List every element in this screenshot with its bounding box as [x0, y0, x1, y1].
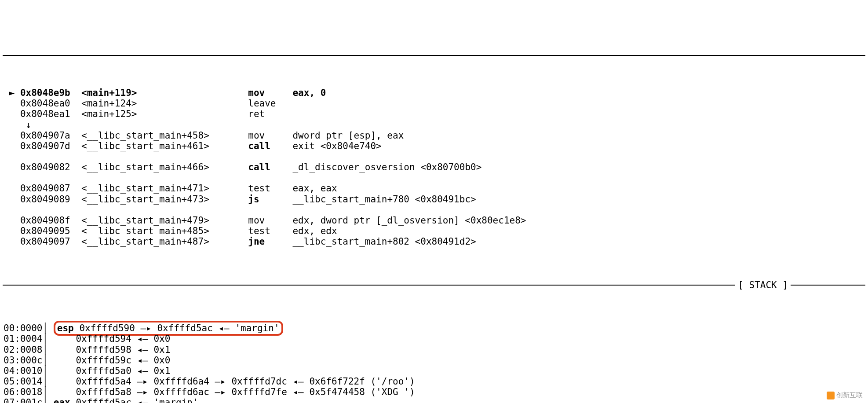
stack-body: 0xffffd598 ◂— 0x1 — [76, 344, 170, 355]
watermark: 创新互联 — [827, 391, 863, 399]
watermark-logo-icon — [827, 392, 835, 399]
stack-label: [ STACK ] — [735, 280, 791, 290]
stack-line: 03:000c│ 0xffffd59c ◂— 0x0 — [0, 355, 868, 366]
disasm-line: 0x8049097 <__libc_start_main+487> jne __… — [0, 236, 868, 247]
stack-offset: 02:0008 — [4, 344, 43, 355]
stack-bar: │ — [43, 323, 54, 333]
disasm-line: 0x804907d <__libc_start_main+461> call e… — [0, 141, 868, 151]
top-rule — [3, 55, 865, 56]
disasm-line: 0x8049087 <__libc_start_main+471> test e… — [0, 183, 868, 194]
stack-line: 00:0000│ esp 0xffffd590 —▸ 0xffffd5ac ◂—… — [0, 323, 868, 333]
stack-body: 0xffffd5ac ◂— 'margin' — [76, 397, 198, 403]
stack-offset: 05:0014 — [4, 376, 43, 387]
stack-register — [54, 366, 76, 376]
disasm-line: 0x8049082 <__libc_start_main+466> call _… — [0, 162, 868, 172]
stack-register — [54, 344, 76, 355]
stack-bar: │ — [43, 344, 54, 355]
disasm-line: 0x8049089 <__libc_start_main+473> js __l… — [0, 194, 868, 205]
rule-right — [791, 285, 865, 286]
stack-line: 06:0018│ 0xffffd5a8 —▸ 0xffffd6ac —▸ 0xf… — [0, 387, 868, 397]
stack-offset: 07:001c — [4, 397, 43, 403]
stack-bar: │ — [43, 387, 54, 397]
stack-line: 02:0008│ 0xffffd598 ◂— 0x1 — [0, 344, 868, 355]
stack-bar: │ — [43, 397, 54, 403]
stack-separator: [ STACK ] — [3, 280, 865, 290]
stack-offset: 03:000c — [4, 355, 43, 366]
stack-register — [54, 333, 76, 344]
rule-left — [3, 285, 735, 286]
stack-bar: │ — [43, 333, 54, 344]
stack-panel: 00:0000│ esp 0xffffd590 —▸ 0xffffd5ac ◂—… — [0, 323, 868, 403]
stack-bar: │ — [43, 366, 54, 376]
stack-bar: │ — [43, 376, 54, 387]
disasm-line — [0, 205, 868, 215]
disasm-line: 0x8048ea0 <main+124> leave — [0, 98, 868, 109]
stack-body: 0xffffd59c ◂— 0x0 — [76, 355, 170, 366]
stack-register: esp — [57, 323, 80, 333]
disasm-line: 0x8048ea1 <main+125> ret — [0, 109, 868, 119]
stack-register: eax — [54, 397, 76, 403]
stack-line: 05:0014│ 0xffffd5a4 —▸ 0xffffd6a4 —▸ 0xf… — [0, 376, 868, 387]
stack-register — [54, 355, 76, 366]
disasm-line: ► 0x8048e9b <main+119> mov eax, 0 — [0, 88, 868, 98]
stack-body: 0xffffd5a4 —▸ 0xffffd6a4 —▸ 0xffffd7dc ◂… — [76, 376, 415, 387]
stack-line: 01:0004│ 0xffffd594 ◂— 0x0 — [0, 333, 868, 344]
disasm-line: 0x8049095 <__libc_start_main+485> test e… — [0, 226, 868, 236]
stack-offset: 04:0010 — [4, 366, 43, 376]
stack-body: 0xffffd5a0 ◂— 0x1 — [76, 366, 170, 376]
stack-register — [54, 387, 76, 397]
disasm-line — [0, 172, 868, 183]
stack-body: 0xffffd590 —▸ 0xffffd5ac ◂— 'margin' — [79, 323, 279, 333]
stack-offset: 01:0004 — [4, 333, 43, 344]
stack-body: 0xffffd594 ◂— 0x0 — [76, 333, 170, 344]
disassembly-panel: ► 0x8048e9b <main+119> mov eax, 0 0x8048… — [0, 88, 868, 247]
disasm-line: 0x804908f <__libc_start_main+479> mov ed… — [0, 215, 868, 226]
stack-register — [54, 376, 76, 387]
stack-offset: 00:0000 — [4, 323, 43, 333]
stack-line: 04:0010│ 0xffffd5a0 ◂— 0x1 — [0, 366, 868, 376]
disasm-line: ↓ — [0, 120, 868, 130]
disasm-line — [0, 151, 868, 162]
disasm-line: 0x804907a <__libc_start_main+458> mov dw… — [0, 130, 868, 141]
stack-line: 07:001c│ eax 0xffffd5ac ◂— 'margin' — [0, 397, 868, 403]
stack-offset: 06:0018 — [4, 387, 43, 397]
watermark-text: 创新互联 — [836, 391, 863, 399]
stack-bar: │ — [43, 355, 54, 366]
stack-body: 0xffffd5a8 —▸ 0xffffd6ac —▸ 0xffffd7fe ◂… — [76, 387, 415, 397]
